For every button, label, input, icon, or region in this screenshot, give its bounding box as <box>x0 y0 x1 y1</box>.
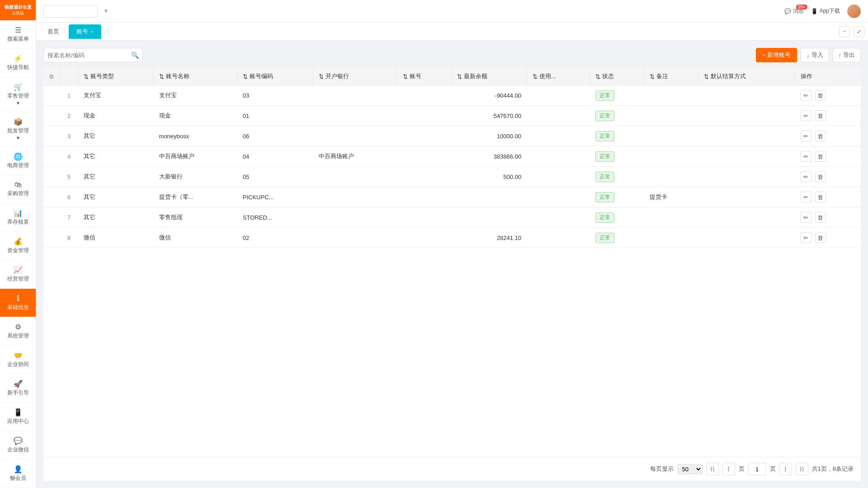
sidebar-item-capital-mgmt[interactable]: 💰 资金管理 <box>0 232 36 260</box>
user-avatar[interactable] <box>847 5 861 18</box>
table-row: 8 微信 微信 02 28241.10 正常 ✏ 🗑 <box>43 228 861 248</box>
delete-button[interactable]: 🗑 <box>815 232 826 243</box>
row-status: 正常 <box>590 85 644 106</box>
last-page-button[interactable]: ⟩⟩ <box>796 463 808 475</box>
page-size-select[interactable]: 102050100 <box>677 464 703 474</box>
app-logo: 畅捷通好生意 乐惠版 <box>0 0 36 20</box>
col-balance[interactable]: ⇅最新余额 <box>451 68 527 85</box>
sidebar-item-app-center[interactable]: 📱 应用中心 <box>0 403 36 431</box>
delete-button[interactable]: 🗑 <box>815 171 826 182</box>
import-label: 导入 <box>811 51 823 59</box>
import-button[interactable]: ↓ 导入 <box>801 48 829 62</box>
col-usage[interactable]: ⇅使用... <box>527 68 590 85</box>
edit-button[interactable]: ✏ <box>801 131 811 141</box>
col-balance-label: 最新余额 <box>464 72 487 80</box>
accounts-table: ⚙ ⇅账号类型 ⇅账号名称 ⇅账号编码 ⇅开户银行 ⇅账号 ⇅最新余额 ⇅使用.… <box>43 68 861 248</box>
export-button[interactable]: ↑ 导出 <box>833 48 861 62</box>
add-account-button[interactable]: + 新增账号 <box>756 48 797 62</box>
sidebar-item-ecom-mgmt[interactable]: 🌐 电商管理 <box>0 147 36 175</box>
next-page-button[interactable]: ⟩ <box>779 463 792 475</box>
edit-button[interactable]: ✏ <box>801 192 811 202</box>
row-status: 正常 <box>590 207 644 228</box>
sidebar-item-retail-mgmt[interactable]: 🛒 零售管理 ▾ <box>0 77 36 112</box>
messages-button[interactable]: 💬 消息 99+ <box>784 7 804 15</box>
delete-button[interactable]: 🗑 <box>815 90 826 101</box>
row-account <box>397 146 451 167</box>
sidebar-item-new-guide[interactable]: 🚀 新手引导 <box>0 374 36 403</box>
logo-sub: 乐惠版 <box>12 10 24 16</box>
sidebar-item-quick-nav[interactable]: ⚡ 快捷导航 <box>0 49 36 77</box>
row-balance: 500.00 <box>451 167 527 187</box>
row-status: 正常 <box>590 228 644 248</box>
edit-button[interactable]: ✏ <box>801 151 811 162</box>
page-content: 🔍 + 新增账号 ↓ 导入 ↑ 导出 <box>36 41 868 488</box>
table-row: 5 其它 大新银行 05 500.00 正常 ✏ 🗑 <box>43 167 861 187</box>
table-row: 4 其它 中百商场账户 04 中百商场账户 383866.00 正常 ✏ 🗑 <box>43 146 861 167</box>
current-page-input[interactable] <box>748 463 766 475</box>
row-code: 02 <box>237 228 313 248</box>
sidebar-item-label: 快捷导航 <box>2 64 34 71</box>
table-row: 1 支付宝 支付宝 03 -90444.00 正常 ✏ 🗑 <box>43 85 861 106</box>
tab-maximize-button[interactable]: ⤢ <box>854 26 864 37</box>
col-status[interactable]: ⇅状态 <box>590 68 644 85</box>
edit-button[interactable]: ✏ <box>801 90 811 101</box>
edit-button[interactable]: ✏ <box>801 212 811 223</box>
logo-text: 畅捷通好生意 <box>5 4 32 10</box>
col-settings[interactable]: ⚙ <box>43 68 60 85</box>
col-default-settle[interactable]: ⇅默认结算方式 <box>698 68 795 85</box>
tab-minimize-button[interactable]: － <box>839 26 850 37</box>
sidebar-item-enterprise-agreement[interactable]: 🤝 企业协同 <box>0 346 36 374</box>
sidebar-item-inventory[interactable]: 📊 库存核算 <box>0 203 36 232</box>
sidebar-item-member[interactable]: 👤 畅会员 <box>0 460 36 488</box>
sidebar-item-basic-info[interactable]: ℹ 基础信息 <box>0 289 36 317</box>
delete-button[interactable]: 🗑 <box>815 151 826 162</box>
delete-button[interactable]: 🗑 <box>815 212 826 223</box>
row-settings <box>43 187 60 207</box>
row-name: 现金 <box>154 106 237 126</box>
col-type[interactable]: ⇅账号类型 <box>78 68 154 85</box>
row-settings <box>43 167 60 187</box>
delete-button[interactable]: 🗑 <box>815 131 826 141</box>
first-page-button[interactable]: ⟨⟨ <box>706 463 719 475</box>
sidebar-item-search-menu[interactable]: ☰ 搜索菜单 <box>0 20 36 49</box>
prev-page-button[interactable]: ⟨ <box>722 463 735 475</box>
edit-button[interactable]: ✏ <box>801 171 811 182</box>
table-row: 3 其它 moneybosx 06 10000.00 正常 ✏ 🗑 <box>43 126 861 146</box>
delete-button[interactable]: 🗑 <box>815 110 826 121</box>
edit-button[interactable]: ✏ <box>801 232 811 243</box>
sidebar-item-wholesale-mgmt[interactable]: 📦 批发管理 ▾ <box>0 112 36 147</box>
sort-icon: ⇅ <box>403 73 408 80</box>
sort-icon: ⇅ <box>595 73 600 80</box>
sidebar-item-ops-mgmt[interactable]: 📈 经营管理 <box>0 260 36 289</box>
basic-info-icon: ℹ <box>2 294 34 303</box>
retail-icon: 🛒 <box>2 83 34 91</box>
col-note[interactable]: ⇅备注 <box>644 68 698 85</box>
col-account[interactable]: ⇅账号 <box>397 68 451 85</box>
row-type: 其它 <box>78 187 154 207</box>
app-download-button[interactable]: 📱 App下载 <box>811 7 840 15</box>
row-status: 正常 <box>590 167 644 187</box>
row-num: 7 <box>60 207 78 228</box>
col-code[interactable]: ⇅账号编码 <box>237 68 313 85</box>
col-note-label: 备注 <box>656 72 668 80</box>
top-search-input[interactable] <box>43 5 98 18</box>
pagination: 每页显示 102050100 ⟨⟨ ⟨ 页 页 ⟩ ⟩⟩ 共1页，8条记录 <box>43 457 861 481</box>
edit-button[interactable]: ✏ <box>801 110 811 121</box>
tab-home[interactable]: 首页 <box>40 24 67 39</box>
row-note <box>644 106 698 126</box>
header-left: ▼ <box>43 5 109 18</box>
row-default-settle <box>698 146 795 167</box>
sidebar-item-purchase-mgmt[interactable]: 🛍 采购管理 <box>0 175 36 203</box>
delete-button[interactable]: 🗑 <box>815 192 826 202</box>
col-account-label: 账号 <box>410 72 421 80</box>
col-name[interactable]: ⇅账号名称 <box>154 68 237 85</box>
search-input[interactable] <box>47 52 131 59</box>
tab-close-icon[interactable]: × <box>91 29 94 34</box>
row-balance: 383866.00 <box>451 146 527 167</box>
tab-account[interactable]: 账号 × <box>69 24 101 39</box>
sidebar-item-sys-mgmt[interactable]: ⚙ 系统管理 <box>0 317 36 346</box>
sidebar-item-enterprise-wechat[interactable]: 💬 企业微信 <box>0 431 36 460</box>
sidebar-item-label: 搜索菜单 <box>2 35 34 43</box>
col-bank[interactable]: ⇅开户银行 <box>313 68 397 85</box>
search-icon: 🔍 <box>131 52 139 59</box>
